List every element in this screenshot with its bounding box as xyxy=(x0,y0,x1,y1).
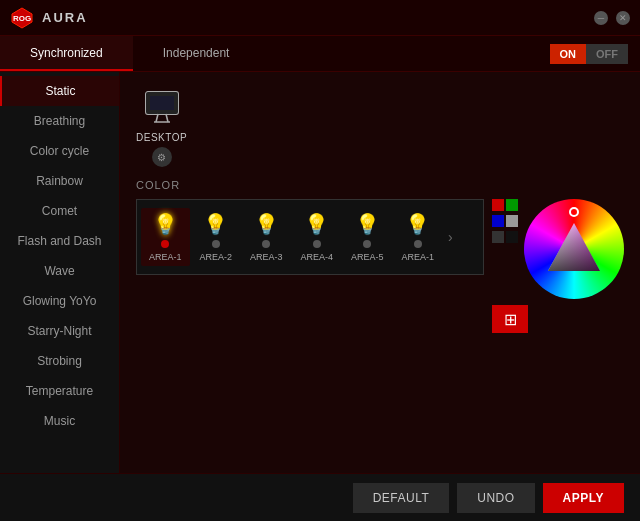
swatch-row-1 xyxy=(492,199,518,211)
minimize-button[interactable]: ─ xyxy=(594,11,608,25)
swatch-dark[interactable] xyxy=(492,231,504,243)
svg-line-4 xyxy=(156,114,158,122)
area-bulb-4: 💡 xyxy=(304,212,329,236)
tab-independent[interactable]: Independent xyxy=(133,36,260,71)
swatch-row-2 xyxy=(492,215,518,227)
app-title: AURA xyxy=(42,10,88,25)
sidebar-item-music[interactable]: Music xyxy=(0,406,119,436)
area-item-5[interactable]: 💡 AREA-5 xyxy=(343,208,392,266)
color-wheel-container[interactable] xyxy=(524,199,624,299)
sidebar-item-flash-and-dash[interactable]: Flash and Dash xyxy=(0,226,119,256)
color-triangle-svg xyxy=(544,219,604,279)
area-item-3[interactable]: 💡 AREA-3 xyxy=(242,208,291,266)
sidebar-item-rainbow[interactable]: Rainbow xyxy=(0,166,119,196)
sidebar-item-glowing-yoyo[interactable]: Glowing YoYo xyxy=(0,286,119,316)
sidebar-item-wave[interactable]: Wave xyxy=(0,256,119,286)
area-item-6[interactable]: 💡 AREA-1 xyxy=(394,208,443,266)
title-bar: ROG AURA ─ ✕ xyxy=(0,0,640,36)
window-controls: ─ ✕ xyxy=(594,11,630,25)
svg-rect-7 xyxy=(150,96,174,110)
color-label: COLOR xyxy=(136,179,624,191)
tab-synchronized[interactable]: Synchronized xyxy=(0,36,133,71)
color-wheel[interactable] xyxy=(524,199,624,299)
color-section: COLOR 💡 AREA-1 💡 AREA-2 💡 xyxy=(136,179,624,457)
desktop-icon xyxy=(142,88,182,128)
svg-marker-9 xyxy=(548,223,600,271)
sidebar-item-starry-night[interactable]: Starry-Night xyxy=(0,316,119,346)
toggle-on-button[interactable]: ON xyxy=(550,44,587,64)
area-name-2: AREA-2 xyxy=(200,252,233,262)
swatch-row-3 xyxy=(492,231,518,243)
area-next-arrow[interactable]: › xyxy=(444,229,457,245)
swatch-blue[interactable] xyxy=(492,215,504,227)
area-dot-4 xyxy=(313,240,321,248)
area-item-4[interactable]: 💡 AREA-4 xyxy=(293,208,342,266)
apply-button[interactable]: APPLY xyxy=(543,483,624,513)
area-name-5: AREA-5 xyxy=(351,252,384,262)
color-swatches xyxy=(492,199,518,243)
svg-text:ROG: ROG xyxy=(13,14,31,23)
area-dot-2 xyxy=(212,240,220,248)
rog-icon: ROG xyxy=(10,6,34,30)
swatch-green[interactable] xyxy=(506,199,518,211)
desktop-icon-wrap: DESKTOP ⚙ xyxy=(136,88,187,167)
tab-bar: Synchronized Independent ON OFF xyxy=(0,36,640,72)
main-layout: Static Breathing Color cycle Rainbow Com… xyxy=(0,72,640,473)
desktop-section: DESKTOP ⚙ xyxy=(136,88,624,167)
swatch-red[interactable] xyxy=(492,199,504,211)
area-bulb-3: 💡 xyxy=(254,212,279,236)
toggle-group: ON OFF xyxy=(550,36,641,71)
sidebar-item-static[interactable]: Static xyxy=(0,76,119,106)
monitor-svg xyxy=(142,90,182,126)
toggle-off-button[interactable]: OFF xyxy=(586,44,628,64)
area-item-2[interactable]: 💡 AREA-2 xyxy=(192,208,241,266)
close-button[interactable]: ✕ xyxy=(616,11,630,25)
add-color-icon: ⊞ xyxy=(504,310,517,329)
area-name-6: AREA-1 xyxy=(402,252,435,262)
area-bulb-1: 💡 xyxy=(153,212,178,236)
area-item-1[interactable]: 💡 AREA-1 xyxy=(141,208,190,266)
area-dot-6 xyxy=(414,240,422,248)
sidebar-item-comet[interactable]: Comet xyxy=(0,196,119,226)
color-row: 💡 AREA-1 💡 AREA-2 💡 AREA-3 xyxy=(136,199,624,333)
area-dot-3 xyxy=(262,240,270,248)
content-area: DESKTOP ⚙ COLOR 💡 AREA-1 💡 xyxy=(120,72,640,473)
swatch-gray[interactable] xyxy=(506,215,518,227)
area-name-1: AREA-1 xyxy=(149,252,182,262)
sidebar-item-strobing[interactable]: Strobing xyxy=(0,346,119,376)
desktop-label: DESKTOP xyxy=(136,132,187,143)
sidebar-item-breathing[interactable]: Breathing xyxy=(0,106,119,136)
area-bulb-6: 💡 xyxy=(405,212,430,236)
swatch-darker[interactable] xyxy=(506,231,518,243)
area-selector: 💡 AREA-1 💡 AREA-2 💡 AREA-3 xyxy=(136,199,484,275)
area-bulb-2: 💡 xyxy=(203,212,228,236)
area-dot-1 xyxy=(161,240,169,248)
add-color-button[interactable]: ⊞ xyxy=(492,305,528,333)
undo-button[interactable]: UNDO xyxy=(457,483,534,513)
wheel-cursor xyxy=(569,207,579,217)
area-name-4: AREA-4 xyxy=(301,252,334,262)
bottom-bar: DEFAULT UNDO APPLY xyxy=(0,473,640,521)
sidebar-item-color-cycle[interactable]: Color cycle xyxy=(0,136,119,166)
sidebar: Static Breathing Color cycle Rainbow Com… xyxy=(0,72,120,473)
area-dot-5 xyxy=(363,240,371,248)
area-bulb-5: 💡 xyxy=(355,212,380,236)
svg-line-5 xyxy=(166,114,168,122)
app-logo: ROG AURA xyxy=(10,6,88,30)
area-name-3: AREA-3 xyxy=(250,252,283,262)
desktop-settings-icon[interactable]: ⚙ xyxy=(152,147,172,167)
sidebar-item-temperature[interactable]: Temperature xyxy=(0,376,119,406)
default-button[interactable]: DEFAULT xyxy=(353,483,450,513)
